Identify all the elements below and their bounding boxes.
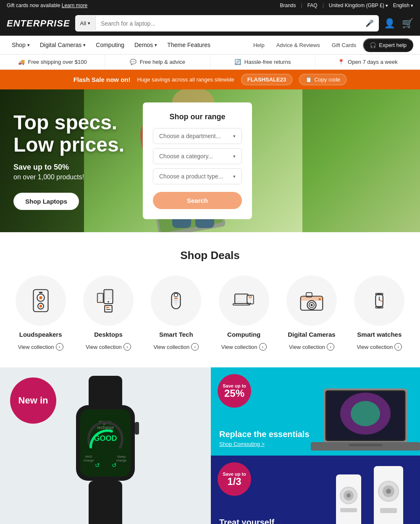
- svg-point-36: [249, 303, 251, 304]
- svg-text:GOOD: GOOD: [94, 434, 117, 443]
- smart-tech-link[interactable]: View collection ›: [153, 343, 199, 351]
- svg-point-76: [346, 493, 351, 498]
- cat-chevron-icon: ▾: [233, 154, 236, 159]
- promo-new-in[interactable]: New in Nightly recharge GOOD ANS charge …: [0, 367, 211, 524]
- cameras-arrow-icon: ›: [327, 343, 334, 351]
- computing-circle[interactable]: [219, 275, 269, 326]
- nav: Shop ▾ Digital Cameras ▾ Computing Demos…: [0, 36, 420, 55]
- nav-help[interactable]: Help: [248, 36, 270, 54]
- cameras-circle[interactable]: [286, 275, 337, 326]
- nav-left: Shop ▾ Digital Cameras ▾ Computing Demos…: [7, 36, 215, 54]
- svg-text:↺: ↺: [95, 462, 100, 469]
- hero-content: Top specs. Low prices. Save up to 50% on…: [0, 95, 143, 227]
- smartwatches-icon: [365, 286, 394, 315]
- svg-rect-20: [106, 307, 109, 308]
- svg-point-19: [108, 301, 109, 303]
- shop-chevron-icon: ▾: [27, 42, 30, 48]
- expert-help-button[interactable]: 🎧 Expert help: [363, 38, 413, 52]
- computing-icon: [229, 286, 259, 315]
- mic-icon[interactable]: 🎤: [360, 15, 379, 31]
- svg-point-50: [379, 299, 380, 301]
- svg-text:Sleep: Sleep: [117, 455, 126, 458]
- region-selector[interactable]: United Kingdom (GBP £) ▾: [329, 3, 388, 8]
- faq-link[interactable]: FAQ: [307, 3, 318, 8]
- cameras-link[interactable]: View collection ›: [289, 343, 334, 351]
- logo[interactable]: ENTERPRISE: [7, 18, 70, 29]
- svg-rect-64: [135, 422, 139, 435]
- new-in-badge: New in: [10, 377, 56, 424]
- speakers-promo-badge: Save up to 1/3: [218, 462, 251, 496]
- deal-smart-tech: Smart Tech View collection ›: [144, 275, 207, 351]
- top-bar: Gift cards now available Learn more Bran…: [0, 0, 420, 11]
- svg-point-81: [386, 489, 391, 494]
- smart-tech-circle[interactable]: [151, 275, 201, 326]
- smartwatches-name: Smart watches: [357, 331, 402, 338]
- search-input[interactable]: [96, 16, 360, 31]
- computing-name: Computing: [227, 331, 260, 338]
- loudspeakers-circle[interactable]: [16, 275, 66, 326]
- computing-promo-link[interactable]: Shop Computing >: [219, 441, 310, 447]
- promo-computing-card[interactable]: Save up to 25% Replace the essen: [211, 367, 420, 456]
- cameras-name: Digital Cameras: [288, 331, 335, 338]
- nav-gift-cards[interactable]: Gift Cards: [327, 36, 362, 54]
- flash-sale-bar: Flash Sale now on! Huge savings across a…: [0, 70, 420, 89]
- promo-speakers-card[interactable]: Save up to 1/3: [211, 456, 420, 524]
- panel-search-button[interactable]: Search: [153, 192, 242, 209]
- hero-shop-panel: Shop our range Choose a department... ▾ …: [143, 102, 252, 219]
- search-category-select[interactable]: All ▾: [75, 16, 96, 31]
- svg-point-26: [174, 293, 178, 297]
- flash-sale-subtitle: Huge savings across all ranges sitewide: [137, 76, 234, 83]
- smartwatches-circle[interactable]: [354, 275, 404, 326]
- computing-promo-badge: Save up to 25%: [218, 374, 251, 408]
- loudspeakers-icon: [26, 286, 55, 315]
- nav-theme-features[interactable]: Theme Features: [162, 36, 215, 54]
- cart-icon[interactable]: 🛒: [402, 18, 413, 29]
- nav-right: Help Advice & Reviews Gift Cards 🎧 Exper…: [248, 36, 413, 54]
- nav-digital-cameras[interactable]: Digital Cameras ▾: [35, 36, 91, 54]
- svg-rect-29: [174, 302, 178, 303]
- nav-shop[interactable]: Shop ▾: [7, 36, 35, 54]
- hero-desc: on over 1,000 products!: [13, 173, 129, 181]
- brands-link[interactable]: Brands: [280, 3, 296, 8]
- watch-illustration: Nightly recharge GOOD ANS charge Sleep c…: [47, 367, 164, 524]
- nav-demos[interactable]: Demos ▾: [129, 36, 162, 54]
- type-select[interactable]: Choose a product type... ▾: [153, 168, 242, 184]
- user-icon[interactable]: 👤: [384, 18, 395, 29]
- svg-text:ANS: ANS: [85, 455, 92, 458]
- hero-title: Top specs. Low prices.: [13, 112, 129, 156]
- header: ENTERPRISE All ▾ 🎤 👤 🛒: [0, 11, 420, 36]
- dept-chevron-icon: ▾: [233, 134, 236, 139]
- svg-rect-18: [105, 291, 111, 299]
- cat-select[interactable]: Choose a category... ▾: [153, 148, 242, 164]
- svg-rect-28: [173, 300, 178, 301]
- loudspeakers-link[interactable]: View collection ›: [18, 343, 63, 351]
- speakers-promo-content: Treat yourself... Shop loudspeakers >: [219, 518, 281, 524]
- smart-tech-arrow-icon: ›: [191, 343, 199, 351]
- advice-icon: 💬: [130, 59, 136, 65]
- svg-text:charge: charge: [84, 458, 94, 462]
- desktops-circle[interactable]: [83, 275, 134, 326]
- shop-laptops-button[interactable]: Shop Laptops: [13, 193, 79, 210]
- computing-arrow-icon: ›: [259, 343, 267, 351]
- language-selector[interactable]: English ▾: [393, 3, 413, 8]
- desktops-link[interactable]: View collection ›: [86, 343, 131, 351]
- smartwatches-link[interactable]: View collection ›: [357, 343, 402, 351]
- learn-more-link[interactable]: Learn more: [62, 3, 87, 8]
- desktops-icon: [94, 286, 123, 315]
- nav-advice[interactable]: Advice & Reviews: [271, 36, 325, 54]
- computing-link[interactable]: View collection ›: [221, 343, 267, 351]
- nav-computing[interactable]: Computing: [91, 36, 129, 54]
- flash-sale-code: FLASHSALE23: [241, 74, 292, 85]
- language-chevron-icon: ▾: [411, 3, 413, 8]
- svg-rect-30: [175, 304, 177, 304]
- promo-right-cards: Save up to 25% Replace the essen: [211, 367, 420, 524]
- copy-code-button[interactable]: 📋 Copy code: [299, 74, 346, 85]
- dept-select[interactable]: Choose a department... ▾: [153, 128, 242, 144]
- region-chevron-icon: ▾: [386, 3, 388, 8]
- benefit-advice: 💬 Free help & advice: [105, 55, 210, 69]
- svg-rect-53: [80, 409, 131, 477]
- benefit-shipping: 🚚 Free shipping over $100: [0, 55, 105, 69]
- shop-deals-title: Shop Deals: [7, 249, 413, 262]
- deal-desktops: Desktops View collection ›: [77, 275, 140, 351]
- svg-rect-45: [376, 294, 383, 307]
